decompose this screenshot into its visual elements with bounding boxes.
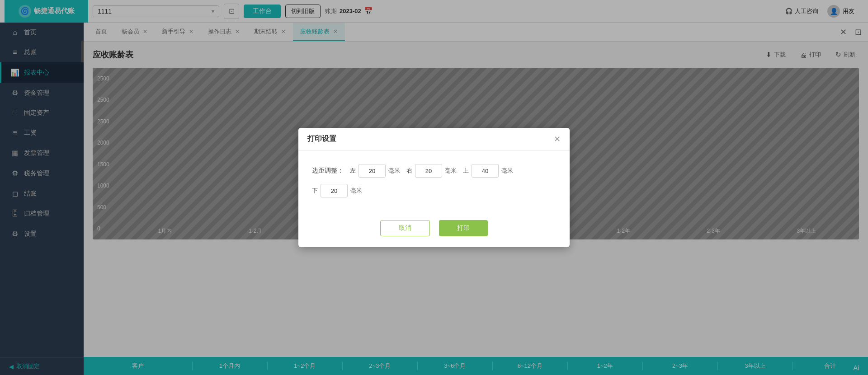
modal-overlay[interactable]: 打印设置 ✕ 边距调整： 左 毫米 右 毫米 上 毫米 — [0, 0, 868, 375]
print-settings-modal: 打印设置 ✕ 边距调整： 左 毫米 右 毫米 上 毫米 — [298, 128, 570, 247]
modal-footer: 取消 打印 — [298, 216, 570, 247]
margin-top-group: 上 毫米 — [463, 164, 513, 178]
modal-header: 打印设置 ✕ — [298, 128, 570, 150]
margin-top-label: 上 — [463, 167, 469, 175]
margin-left-input[interactable] — [359, 164, 386, 178]
margin-right-group: 右 毫米 — [406, 164, 457, 178]
margin-right-input[interactable] — [415, 164, 442, 178]
margin-bottom-unit: 毫米 — [350, 187, 362, 195]
cancel-button[interactable]: 取消 — [380, 220, 430, 236]
print-confirm-button[interactable]: 打印 — [439, 220, 488, 236]
margin-label: 边距调整： — [312, 167, 344, 175]
margin-top-input[interactable] — [472, 164, 499, 178]
margin-row: 边距调整： 左 毫米 右 毫米 上 毫米 下 — [312, 164, 556, 197]
modal-title: 打印设置 — [307, 134, 336, 144]
margin-left-unit: 毫米 — [388, 167, 400, 175]
modal-close-button[interactable]: ✕ — [554, 135, 561, 143]
margin-left-label: 左 — [350, 167, 356, 175]
margin-bottom-label: 下 — [312, 187, 318, 195]
modal-body: 边距调整： 左 毫米 右 毫米 上 毫米 下 — [298, 150, 570, 216]
margin-bottom-group: 下 毫米 — [312, 184, 362, 197]
margin-bottom-input[interactable] — [321, 184, 348, 197]
margin-top-unit: 毫米 — [501, 167, 513, 175]
margin-right-label: 右 — [406, 167, 412, 175]
margin-left-group: 左 毫米 — [350, 164, 400, 178]
margin-right-unit: 毫米 — [445, 167, 457, 175]
